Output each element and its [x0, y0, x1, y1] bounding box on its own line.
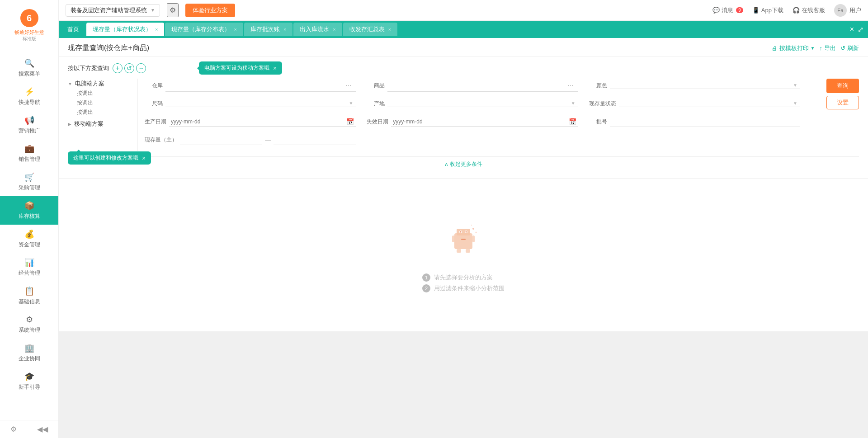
batch-input[interactable] [610, 117, 800, 127]
app-download-btn[interactable]: 📱 App下载 [752, 6, 783, 14]
step-2-text: 用过滤条件来缩小分析范围 [434, 284, 505, 292]
system-icon: ⚙ [26, 315, 33, 325]
logo-text: 畅通好好生意 [14, 29, 44, 36]
chevron-down-icon: ▼ [793, 83, 797, 88]
page-title: 现存量查询(按仓库+商品) [68, 43, 149, 53]
expiry-date-input[interactable] [393, 118, 568, 125]
app-container: 6 畅通好好生意 标准版 🔍 搜索菜单 ⚡ 快捷导航 📢 营销推广 💼 销售管理… [0, 0, 868, 438]
scheme-group-mobile-label: 移动端方案 [74, 120, 104, 128]
step-2-num: 2 [422, 284, 430, 292]
tab-batch-account[interactable]: 库存批次账 × [244, 23, 292, 36]
calendar-icon[interactable]: 📅 [569, 118, 576, 125]
warehouse-dots[interactable]: ··· [343, 81, 354, 90]
tab-close-icon[interactable]: × [155, 27, 158, 32]
refresh-btn[interactable]: ↺ 刷新 [840, 44, 859, 52]
logo-area: 6 畅通好好生意 标准版 [0, 5, 58, 49]
tab-close-icon[interactable]: × [333, 27, 335, 32]
notification-btn[interactable]: 💬 消息 9 [712, 6, 743, 14]
online-support-btn[interactable]: 🎧 在线客服 [793, 6, 825, 14]
user-btn[interactable]: Ea 用户 [834, 4, 861, 17]
goods-input[interactable] [389, 80, 565, 90]
scheme-tooltip-close[interactable]: × [273, 65, 277, 72]
sidebar-item-marketing[interactable]: 📢 营销推广 [0, 111, 58, 139]
sidebar-item-operations[interactable]: 📊 经营管理 [0, 253, 58, 282]
stock-status-select[interactable]: ▼ [619, 100, 800, 107]
tab-home[interactable]: 首页 [61, 23, 85, 36]
tab-close-icon[interactable]: × [283, 27, 286, 32]
refresh-scheme-btn[interactable]: ↺ [124, 63, 134, 73]
scheme-group-desktop-header[interactable]: ▼ 电脑端方案 [68, 79, 133, 89]
sidebar-item-enterprise[interactable]: 🏢 企业协同 [0, 339, 58, 367]
app-logo: 6 [20, 9, 38, 27]
sidebar-bottom: ⚙ ◀◀ [0, 420, 58, 438]
sidebar-item-finance[interactable]: 💰 资金管理 [0, 225, 58, 253]
sidebar-item-system[interactable]: ⚙ 系统管理 [0, 310, 58, 339]
empty-step-2: 2 用过滤条件来缩小分析范围 [422, 284, 505, 292]
finance-icon: 💰 [24, 229, 34, 239]
print-template-btn[interactable]: 🖨 按模板打印 ▼ [772, 44, 815, 52]
origin-select[interactable]: ▼ [387, 100, 578, 107]
sidebar-item-label: 企业协同 [19, 355, 40, 363]
export-btn[interactable]: ↑ 导出 [820, 44, 836, 52]
enterprise-icon: 🏢 [24, 343, 34, 353]
sidebar-item-quick-nav[interactable]: ⚡ 快捷导航 [0, 82, 58, 111]
back-scheme-btn[interactable]: ← [136, 63, 146, 73]
goods-dots[interactable]: ··· [565, 81, 576, 90]
sidebar-item-guide[interactable]: 🎓 新手引导 [0, 367, 58, 396]
filter-row-3: 生产日期 📅 失效日期 [145, 115, 800, 128]
scheme-group-mobile-header[interactable]: ▶ 移动端方案 [68, 119, 133, 129]
app-download-label: App下载 [761, 6, 783, 14]
edit-tooltip-close[interactable]: × [142, 155, 146, 162]
sidebar-item-inventory[interactable]: 📦 库存核算 [0, 196, 58, 225]
system-selector[interactable]: 装备及固定资产辅助管理系统 ▼ [66, 4, 160, 17]
sidebar-item-sales[interactable]: 💼 销售管理 [0, 139, 58, 168]
marketing-icon: 📢 [24, 115, 34, 125]
sidebar-collapse-btn[interactable]: ◀◀ [37, 425, 48, 433]
sidebar-item-label: 经营管理 [19, 269, 40, 277]
tab-close-all-btn[interactable]: × [850, 25, 854, 33]
tab-fullscreen-btn[interactable]: ⤢ [858, 25, 863, 34]
range-separator: — [265, 137, 271, 143]
scheme-item-3[interactable]: 按调出 [68, 108, 133, 117]
sidebar-item-label: 基础信息 [19, 298, 40, 306]
prod-date-input[interactable] [171, 118, 346, 125]
add-scheme-btn[interactable]: + [113, 63, 123, 73]
scheme-item-1[interactable]: 按调出 [68, 89, 133, 98]
reset-btn[interactable]: 设置 [826, 96, 859, 109]
stock-min-input[interactable] [180, 135, 262, 145]
warehouse-input[interactable] [167, 80, 343, 90]
tab-inout-flow[interactable]: 出入库流水 × [293, 23, 342, 36]
goods-input-wrap: ··· [387, 80, 578, 92]
sidebar-item-label: 搜索菜单 [19, 70, 40, 78]
calendar-icon[interactable]: 📅 [346, 118, 354, 125]
search-btn[interactable]: 查询 [826, 79, 859, 93]
stock-max-input[interactable] [274, 135, 356, 145]
sidebar-item-search-menu[interactable]: 🔍 搜索菜单 [0, 54, 58, 82]
scheme-item-2[interactable]: 按调出 [68, 98, 133, 108]
empty-illustration [441, 215, 486, 260]
tabs-bar-right: × ⤢ [850, 25, 866, 34]
headset-icon: 🎧 [793, 7, 800, 14]
tab-receive-summary[interactable]: 收发存汇总表 × [343, 23, 397, 36]
trial-btn[interactable]: 体验行业方案 [185, 4, 235, 17]
sidebar-settings-btn[interactable]: ⚙ [10, 425, 17, 433]
sidebar-item-base-info[interactable]: 📋 基础信息 [0, 282, 58, 310]
tab-inventory-dist[interactable]: 现存量（库存分布表） × [165, 23, 243, 36]
export-icon: ↑ [820, 45, 823, 52]
tab-close-icon[interactable]: × [234, 27, 236, 32]
tab-inventory-status[interactable]: 现存量（库存状况表） × [86, 23, 164, 36]
filter-field-batch: 批号 [589, 115, 800, 128]
svg-rect-8 [472, 235, 475, 242]
expiry-date-label: 失效日期 [367, 118, 388, 126]
phone-icon: 📱 [752, 7, 760, 14]
settings-btn[interactable]: ⚙ [167, 3, 179, 17]
collapse-bar[interactable]: ∧ 收起更多条件 [68, 156, 859, 172]
color-select[interactable]: ▼ [610, 82, 800, 89]
sidebar-item-label: 资金管理 [19, 241, 40, 249]
page-actions: 🖨 按模板打印 ▼ ↑ 导出 ↺ 刷新 [772, 44, 859, 52]
empty-icon-wrap [441, 215, 486, 262]
sidebar-item-purchase[interactable]: 🛒 采购管理 [0, 168, 58, 196]
sidebar-item-label: 快捷导航 [19, 99, 40, 106]
tab-close-icon[interactable]: × [388, 27, 391, 32]
size-select[interactable]: ▼ [165, 100, 356, 107]
